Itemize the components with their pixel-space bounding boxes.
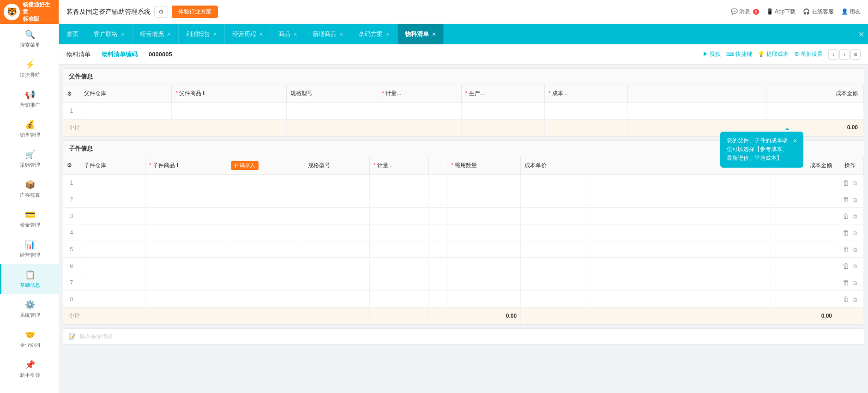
copy-icon-2[interactable]: ⧉ — [852, 195, 858, 204]
child-cell-unitcost-5[interactable] — [521, 241, 586, 258]
message-link[interactable]: 💬 消息 6 — [731, 8, 759, 16]
child-cell-qty-2[interactable] — [447, 191, 521, 208]
parent-cell-unit-1[interactable] — [378, 103, 461, 119]
child-cell-warehouse-8[interactable] — [80, 291, 145, 308]
parent-cell-goods-1[interactable] — [172, 103, 287, 119]
child-cell-spec-3[interactable] — [304, 208, 369, 224]
tab-history[interactable]: 经营历程 ✕ — [225, 24, 271, 44]
tab-bom-close[interactable]: ✕ — [432, 31, 436, 37]
child-cell-unitcost-7[interactable] — [521, 274, 586, 291]
pager-prev[interactable]: ‹ — [828, 49, 838, 60]
tab-home[interactable]: 首页 — [59, 24, 86, 44]
th-child-settings[interactable]: ⚙ — [63, 157, 80, 175]
child-cell-unit-8[interactable] — [369, 291, 428, 308]
sidebar-item-purchase[interactable]: 🛒 采购管理 — [0, 144, 59, 174]
child-cell-spec-4[interactable] — [304, 224, 369, 241]
app-download-link[interactable]: 📱 App下载 — [766, 8, 796, 16]
parent-cell-spec-1[interactable] — [286, 103, 378, 119]
child-cell-qty-3[interactable] — [447, 208, 521, 224]
parent-cell-produce-1[interactable] — [461, 103, 544, 119]
th-parent-settings[interactable]: ⚙ — [63, 85, 80, 103]
view-video-link[interactable]: ▶ 视频 — [703, 50, 721, 58]
tab-customer-close[interactable]: ✕ — [121, 31, 125, 37]
child-cell-warehouse-4[interactable] — [80, 224, 145, 241]
tooltip-close-btn[interactable]: × — [793, 136, 797, 146]
copy-icon-6[interactable]: ⧉ — [852, 262, 858, 271]
tab-operations-close[interactable]: ✕ — [167, 31, 171, 37]
child-cell-qty-8[interactable] — [447, 291, 521, 308]
child-cell-goods-6[interactable] — [145, 258, 227, 274]
tab-profit-close[interactable]: ✕ — [213, 31, 217, 37]
tab-history-close[interactable]: ✕ — [259, 31, 263, 37]
user-avatar[interactable]: 👤 用友 — [841, 8, 861, 16]
scan-input-btn[interactable]: 扫码录入 — [231, 161, 259, 170]
breadcrumb-main[interactable]: 物料清单 — [66, 50, 90, 59]
delete-icon-5[interactable]: 🗑 — [842, 244, 850, 254]
child-cell-warehouse-1[interactable] — [80, 175, 145, 191]
child-cell-unitcost-4[interactable] — [521, 224, 586, 241]
child-cell-qty-4[interactable] — [447, 224, 521, 241]
pager-menu[interactable]: ≡ — [850, 49, 861, 60]
child-cell-goods-8[interactable] — [145, 291, 227, 308]
child-cell-unitcost-3[interactable] — [521, 208, 586, 224]
sidebar-item-basic[interactable]: 📋 基础信息 — [0, 264, 59, 294]
tab-bom[interactable]: 物料清单 ✕ — [398, 24, 444, 44]
sidebar-item-quicknav[interactable]: ⚡ 快捷导航 — [0, 54, 59, 84]
copy-icon-1[interactable]: ⧉ — [852, 179, 858, 187]
child-cell-unit-4[interactable] — [369, 224, 428, 241]
child-cell-unitcost-1[interactable] — [521, 175, 586, 191]
child-cell-goods-2[interactable] — [145, 191, 227, 208]
shortcut-link[interactable]: ⌨ 快捷键 — [726, 50, 752, 58]
delete-icon-2[interactable]: 🗑 — [842, 194, 850, 204]
child-cell-qty-7[interactable] — [447, 274, 521, 291]
tab-customer[interactable]: 客户联络 ✕ — [86, 24, 133, 44]
sidebar-item-search[interactable]: 🔍 搜索菜单 — [0, 24, 59, 54]
trial-button[interactable]: 体验行业方案 — [172, 6, 218, 18]
child-cell-qty-5[interactable] — [447, 241, 521, 258]
child-cell-warehouse-2[interactable] — [80, 191, 145, 208]
pager-next[interactable]: › — [839, 49, 850, 60]
child-cell-qty-1[interactable] — [447, 175, 521, 191]
close-tab-btn[interactable]: ✕ — [855, 30, 868, 39]
child-cell-unit-3[interactable] — [369, 208, 428, 224]
child-cell-unit-6[interactable] — [369, 258, 428, 274]
sidebar-item-finance[interactable]: 💳 资金管理 — [0, 204, 59, 234]
online-service-link[interactable]: 🎧 在线客服 — [803, 8, 833, 16]
child-cell-unit-5[interactable] — [369, 241, 428, 258]
delete-icon-4[interactable]: 🗑 — [842, 228, 850, 237]
delete-icon-1[interactable]: 🗑 — [842, 178, 850, 187]
delete-icon-6[interactable]: 🗑 — [842, 261, 850, 271]
child-cell-goods-7[interactable] — [145, 274, 227, 291]
sidebar-item-sales[interactable]: 💰 销售管理 — [0, 114, 59, 144]
child-cell-unit-7[interactable] — [369, 274, 428, 291]
child-cell-unit-1[interactable] — [369, 175, 428, 191]
child-cell-warehouse-6[interactable] — [80, 258, 145, 274]
sidebar-item-inventory[interactable]: 📦 库存核算 — [0, 174, 59, 204]
child-cell-goods-1[interactable] — [145, 175, 227, 191]
tab-operations[interactable]: 经营情况 ✕ — [133, 24, 179, 44]
child-cell-spec-1[interactable] — [304, 175, 369, 191]
tab-newgoods-close[interactable]: ✕ — [339, 31, 344, 37]
tab-barcode-close[interactable]: ✕ — [386, 31, 390, 37]
sidebar-item-enterprise[interactable]: 🤝 企业协同 — [0, 324, 59, 354]
tab-barcode[interactable]: 条码方案 ✕ — [351, 24, 398, 44]
child-cell-spec-5[interactable] — [304, 241, 369, 258]
sidebar-item-marketing[interactable]: 📢 营销推广 — [0, 84, 59, 114]
copy-icon-4[interactable]: ⧉ — [852, 229, 858, 237]
child-cell-spec-6[interactable] — [304, 258, 369, 274]
copy-icon-3[interactable]: ⧉ — [852, 212, 858, 221]
tab-goods-close[interactable]: ✕ — [293, 31, 297, 37]
breadcrumb-sub[interactable]: 物料清单编码 — [102, 50, 138, 59]
settings-gear-button[interactable]: ⚙ — [154, 6, 168, 18]
child-cell-goods-4[interactable] — [145, 224, 227, 241]
cost-link[interactable]: 💡 提取成本 — [758, 50, 788, 58]
sidebar-item-guide[interactable]: 📌 新手引导 — [0, 354, 59, 384]
copy-icon-7[interactable]: ⧉ — [852, 278, 858, 287]
child-cell-warehouse-5[interactable] — [80, 241, 145, 258]
tab-profit[interactable]: 利润报告 ✕ — [179, 24, 225, 44]
child-cell-goods-3[interactable] — [145, 208, 227, 224]
delete-icon-8[interactable]: 🗑 — [842, 294, 850, 304]
child-cell-unitcost-8[interactable] — [521, 291, 586, 308]
child-cell-qty-6[interactable] — [447, 258, 521, 274]
delete-icon-7[interactable]: 🗑 — [842, 278, 850, 287]
